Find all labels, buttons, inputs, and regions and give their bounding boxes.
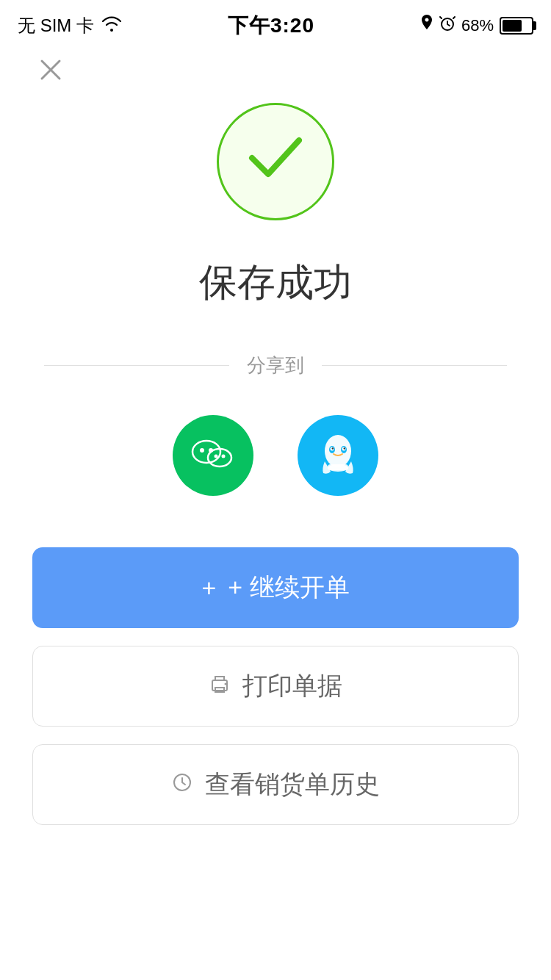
print-button[interactable]: 打印单据 xyxy=(32,646,519,727)
svg-point-19 xyxy=(225,682,227,685)
alarm-icon xyxy=(439,15,455,37)
history-button[interactable]: 查看销货单历史 xyxy=(32,744,519,825)
main-content: 保存成功 分享到 xyxy=(0,44,551,825)
status-time: 下午3:20 xyxy=(228,12,314,40)
svg-rect-17 xyxy=(328,464,348,470)
divider-right xyxy=(322,365,507,366)
history-icon xyxy=(171,771,193,799)
battery-icon xyxy=(500,17,533,35)
status-right: 68% xyxy=(420,15,533,37)
continue-label: + 继续开单 xyxy=(228,571,349,605)
svg-point-14 xyxy=(332,447,334,449)
share-icons xyxy=(173,415,378,496)
status-left: 无 SIM 卡 xyxy=(18,14,122,37)
action-buttons: + + 继续开单 打印单据 查看销货单历 xyxy=(0,547,551,825)
location-icon xyxy=(420,15,433,37)
svg-point-7 xyxy=(215,455,218,458)
qq-share-button[interactable] xyxy=(298,415,378,496)
svg-point-15 xyxy=(344,447,345,449)
sim-text: 无 SIM 卡 xyxy=(18,14,94,37)
svg-point-3 xyxy=(192,441,220,463)
status-bar: 无 SIM 卡 下午3:20 68% xyxy=(0,0,551,44)
print-icon xyxy=(209,673,231,700)
success-title: 保存成功 xyxy=(199,257,352,309)
wechat-share-button[interactable] xyxy=(173,415,253,496)
divider-left xyxy=(44,365,229,366)
wifi-icon xyxy=(101,15,122,36)
share-section: 分享到 xyxy=(0,353,551,378)
share-label: 分享到 xyxy=(229,353,322,378)
history-label: 查看销货单历史 xyxy=(205,768,380,801)
check-icon xyxy=(246,131,305,192)
close-button[interactable] xyxy=(32,51,69,88)
svg-point-6 xyxy=(209,448,213,453)
battery-percent: 68% xyxy=(461,16,494,35)
svg-point-5 xyxy=(200,448,204,453)
continue-button[interactable]: + + 继续开单 xyxy=(32,547,519,628)
success-circle xyxy=(217,103,334,220)
plus-icon: + xyxy=(201,574,216,602)
svg-point-8 xyxy=(222,455,226,458)
svg-point-9 xyxy=(325,435,351,467)
print-label: 打印单据 xyxy=(242,669,342,703)
